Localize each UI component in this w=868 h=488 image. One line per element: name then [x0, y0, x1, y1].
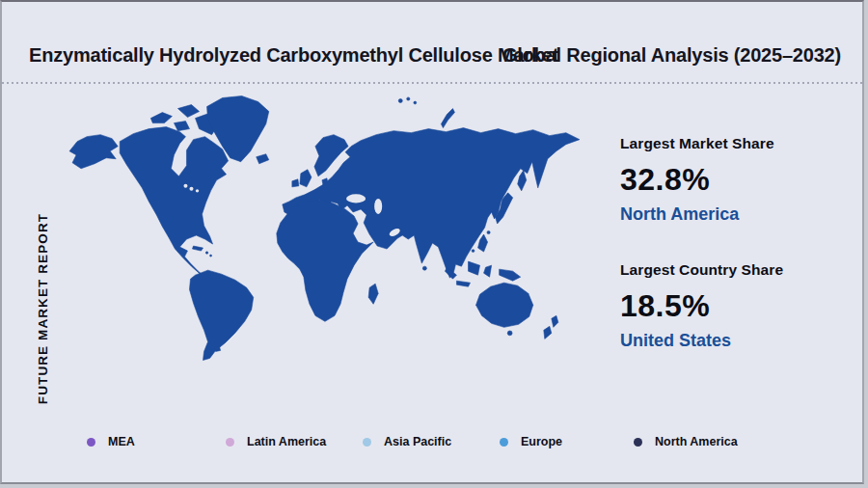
stat-label: Largest Market Share	[620, 135, 861, 152]
page-title: Enzymatically Hydrolyzed Carboxymethyl C…	[29, 44, 558, 67]
page-subtitle: Global Regional Analysis (2025–2032)	[502, 44, 841, 67]
legend-dot-icon	[363, 438, 371, 447]
stats-panel: Largest Market Share 32.8% North America…	[620, 135, 861, 351]
world-map-svg	[62, 91, 604, 372]
legend-label: Europe	[521, 435, 562, 448]
stat-largest-market-share: Largest Market Share 32.8% North America	[620, 135, 861, 225]
brand-watermark: FUTURE MARKET REPORT	[36, 213, 50, 404]
stat-value: 32.8%	[620, 162, 861, 198]
legend-item-north-america: North America	[634, 432, 738, 451]
stat-region: North America	[620, 204, 861, 225]
legend-item-asia-pacific: Asia Pacific	[363, 432, 451, 451]
legend-label: Asia Pacific	[384, 435, 451, 448]
world-map	[62, 91, 604, 372]
dotted-divider	[2, 81, 862, 84]
legend-dot-icon	[87, 438, 95, 447]
report-card: Enzymatically Hydrolyzed Carboxymethyl C…	[0, 0, 864, 484]
stat-label: Largest Country Share	[620, 261, 861, 279]
legend-dot-icon	[226, 438, 234, 447]
legend-dot-icon	[634, 438, 642, 447]
legend-label: Latin America	[247, 435, 326, 448]
legend-item-latin-america: Latin America	[226, 432, 326, 451]
stat-largest-country-share: Largest Country Share 18.5% United State…	[620, 261, 861, 351]
legend-item-mea: MEA	[87, 432, 135, 451]
legend-label: North America	[655, 435, 738, 448]
legend-label: MEA	[108, 435, 135, 448]
legend-item-europe: Europe	[500, 432, 562, 451]
region-legend: MEA Latin America Asia Pacific Europe No…	[2, 432, 862, 451]
stat-region: United States	[620, 331, 861, 351]
stat-value: 18.5%	[620, 288, 861, 324]
legend-dot-icon	[500, 438, 508, 447]
